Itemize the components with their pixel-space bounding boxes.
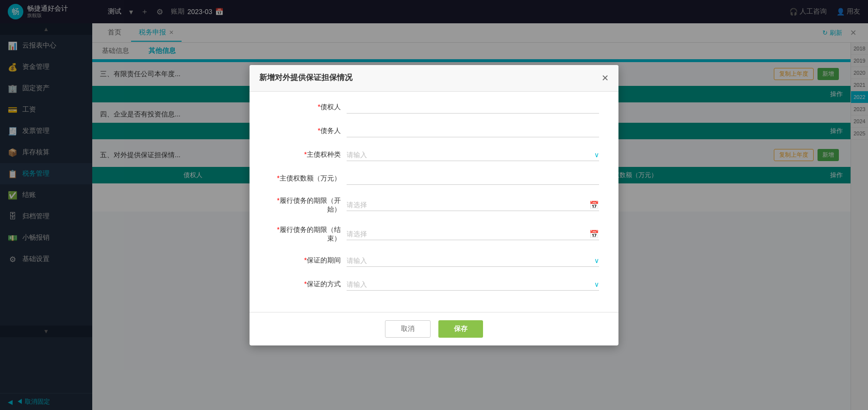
form-row-guarantee-method: *保证的方式 ∨ xyxy=(269,279,599,291)
form-row-period-end: *履行债务的期限（结束） 📅 xyxy=(269,226,599,243)
form-row-debtor: *债务人 xyxy=(269,125,599,137)
form-row-period-start: *履行债务的期限（开始） 📅 xyxy=(269,197,599,214)
modal-body: *债权人 *债务人 *主债权种类 ∨ xyxy=(250,92,618,312)
guarantee-method-input[interactable] xyxy=(347,279,599,291)
debtor-label: *债务人 xyxy=(269,127,347,135)
period-end-input[interactable] xyxy=(347,228,599,240)
period-start-wrapper: 📅 xyxy=(347,199,599,211)
form-row-guarantee-period: *保证的期间 ∨ xyxy=(269,255,599,267)
modal-add-guarantee: 新增对外提供保证担保情况 ✕ *债权人 *债务人 * xyxy=(250,65,618,345)
claim-type-wrapper: ∨ xyxy=(347,149,599,161)
period-end-label: *履行债务的期限（结束） xyxy=(269,226,347,243)
claim-amount-label: *主债权数额（万元） xyxy=(269,174,347,183)
save-button[interactable]: 保存 xyxy=(438,320,483,338)
modal-title: 新增对外提供保证担保情况 xyxy=(259,73,352,83)
guarantee-period-label: *保证的期间 xyxy=(269,256,347,265)
claim-type-label: *主债权种类 xyxy=(269,150,347,159)
guarantee-method-label: *保证的方式 xyxy=(269,280,347,289)
period-start-label: *履行债务的期限（开始） xyxy=(269,197,347,214)
debtor-input[interactable] xyxy=(347,125,599,137)
modal-overlay: 新增对外提供保证担保情况 ✕ *债权人 *债务人 * xyxy=(0,0,868,410)
form-row-claim-type: *主债权种类 ∨ xyxy=(269,149,599,161)
claim-type-dropdown-icon[interactable]: ∨ xyxy=(594,151,599,159)
guarantee-period-input[interactable] xyxy=(347,255,599,267)
modal-header: 新增对外提供保证担保情况 ✕ xyxy=(250,65,618,92)
creditor-label: *债权人 xyxy=(269,103,347,112)
form-row-claim-amount: *主债权数额（万元） xyxy=(269,173,599,185)
creditor-input[interactable] xyxy=(347,101,599,114)
guarantee-period-dropdown-icon[interactable]: ∨ xyxy=(594,257,599,264)
claim-amount-input[interactable] xyxy=(347,173,599,185)
period-start-input[interactable] xyxy=(347,199,599,211)
guarantee-method-dropdown-icon[interactable]: ∨ xyxy=(594,280,599,288)
guarantee-method-wrapper: ∨ xyxy=(347,279,599,291)
modal-footer: 取消 保存 xyxy=(250,312,618,345)
period-start-calendar-icon[interactable]: 📅 xyxy=(589,200,599,210)
cancel-button[interactable]: 取消 xyxy=(385,320,431,338)
period-end-calendar-icon[interactable]: 📅 xyxy=(589,230,599,239)
modal-close-btn[interactable]: ✕ xyxy=(601,73,609,83)
claim-type-input[interactable] xyxy=(347,149,599,161)
guarantee-period-wrapper: ∨ xyxy=(347,255,599,267)
period-end-wrapper: 📅 xyxy=(347,228,599,240)
form-row-creditor: *债权人 xyxy=(269,101,599,114)
